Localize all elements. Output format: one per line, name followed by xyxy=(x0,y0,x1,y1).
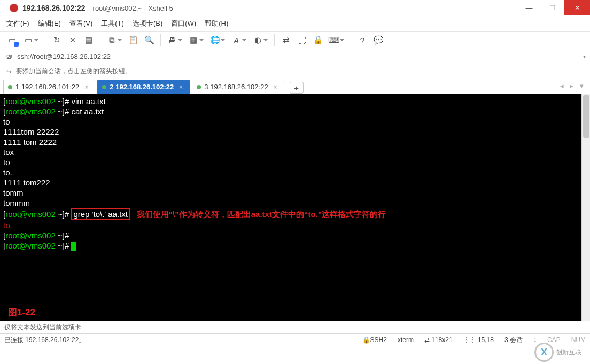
fullscreen-icon[interactable]: ⛶ xyxy=(296,34,308,46)
lock-icon[interactable]: 🔒 xyxy=(312,34,324,46)
terminal-line: to xyxy=(3,157,578,167)
terminal-line: to. xyxy=(3,167,578,177)
tab-label: 192.168.26.102:22 xyxy=(210,83,268,91)
status-term-type: xterm xyxy=(398,336,414,344)
terminal-line: to xyxy=(3,117,578,127)
terminal-line: [root@vms002 ~]# grep 'to\.' aa.txt 我们使用… xyxy=(3,208,578,220)
paste-icon[interactable]: 📋 xyxy=(127,34,139,46)
terminal-cursor xyxy=(71,242,76,251)
print-icon[interactable]: 🖶 xyxy=(166,34,178,46)
session-tab-1[interactable]: 1 192.168.26.101:22 × xyxy=(3,80,95,94)
status-position: ⋮⋮ 15,18 xyxy=(463,336,494,344)
menu-view[interactable]: 查看(V) xyxy=(69,19,92,28)
layout-icon[interactable]: ▦ xyxy=(188,34,199,46)
watermark-icon: X xyxy=(534,343,554,362)
terminal-line: [root@vms002 ~]# cat aa.txt xyxy=(3,106,578,117)
close-button[interactable]: ✕ xyxy=(564,0,590,15)
terminal-line: tomm xyxy=(3,188,578,198)
language-icon[interactable]: 🌐 xyxy=(209,34,221,46)
highlighted-command: grep 'to\.' aa.txt xyxy=(71,208,130,220)
feedback-icon[interactable]: 💬 xyxy=(372,34,384,46)
status-dot-icon xyxy=(197,85,201,89)
session-tab-3[interactable]: 3 192.168.26.102:22 × xyxy=(192,80,284,94)
toolbar-separator xyxy=(100,34,100,46)
terminal-line: [root@vms002 ~]# vim aa.txt xyxy=(3,96,578,106)
address-url[interactable]: ssh://root@192.168.26.102:22 xyxy=(17,52,583,60)
color-icon[interactable]: ◐ xyxy=(252,34,263,46)
hint-bar: ↪ 要添加当前会话，点击左侧的箭头按钮。 xyxy=(0,64,590,79)
status-connection: 已连接 192.168.26.102:22。 xyxy=(4,336,85,345)
hint-icon[interactable]: ↪ xyxy=(4,68,14,75)
figure-label: 图1-22 xyxy=(8,307,35,317)
tab-number: 1 xyxy=(15,83,19,91)
menu-help[interactable]: 帮助(H) xyxy=(205,19,228,28)
title-bar: 192.168.26.102:22 root@vms002:~ - Xshell… xyxy=(0,0,590,16)
title-rest: root@vms002:~ - Xshell 5 xyxy=(93,4,173,12)
disconnect-icon[interactable]: ⨯ xyxy=(67,34,79,46)
menu-tabs[interactable]: 选项卡(B) xyxy=(133,19,162,28)
keyboard-icon[interactable]: ⌨ xyxy=(328,34,340,46)
terminal-line: to. xyxy=(3,220,578,230)
tab-label: 192.168.26.102:22 xyxy=(115,83,174,91)
tab-number: 3 xyxy=(204,83,208,91)
status-sessions: 3 会话 xyxy=(504,336,523,345)
tab-close-icon[interactable]: × xyxy=(179,83,183,91)
maximize-button[interactable]: ☐ xyxy=(541,0,564,15)
tab-nav-arrows[interactable]: ◂ ▸ ▾ xyxy=(560,82,586,90)
new-tab-button[interactable]: + xyxy=(290,82,304,94)
terminal-line: tox xyxy=(3,147,578,157)
status-ssh: 🔒 SSH2 xyxy=(362,336,387,344)
open-session-icon[interactable]: ▭ xyxy=(22,34,34,46)
terminal-line: 1111 tom 2222 xyxy=(3,137,578,147)
status-size: ⇄ 118x21 xyxy=(424,336,453,344)
new-session-icon[interactable]: ▭ xyxy=(6,34,18,46)
menu-bar: 文件(F) 编辑(E) 查看(V) 工具(T) 选项卡(B) 窗口(W) 帮助(… xyxy=(0,16,590,31)
toolbar-separator xyxy=(160,34,161,46)
tab-number: 2 xyxy=(110,83,113,91)
properties-icon[interactable]: ▤ xyxy=(83,34,95,46)
find-icon[interactable]: 🔍 xyxy=(143,34,155,46)
toolbar-separator xyxy=(351,34,351,46)
watermark-text: 创新互联 xyxy=(556,349,581,355)
window-controls: — ☐ ✕ xyxy=(517,0,590,15)
scrollbar-thumb[interactable] xyxy=(583,95,589,138)
toolbar-separator xyxy=(274,34,275,46)
address-bar[interactable]: 🖳 ssh://root@192.168.26.102:22 ▾ xyxy=(0,49,590,64)
reconnect-icon[interactable]: ↻ xyxy=(51,34,63,46)
menu-window[interactable]: 窗口(W) xyxy=(171,19,196,28)
help-icon[interactable]: ? xyxy=(356,34,368,46)
terminal-line: 1111 tom222 xyxy=(3,177,578,188)
menu-tools[interactable]: 工具(T) xyxy=(101,19,124,28)
send-bar-text: 仅将文本发送到当前选项卡 xyxy=(4,323,81,332)
send-bar[interactable]: 仅将文本发送到当前选项卡 xyxy=(0,321,590,334)
session-tab-2[interactable]: 2 192.168.26.102:22 × xyxy=(97,80,190,94)
tab-label: 192.168.26.101:22 xyxy=(21,83,79,91)
terminal-output[interactable]: [root@vms002 ~]# vim aa.txt [root@vms002… xyxy=(0,94,581,321)
toolbar: ▭ ▭ ↻ ⨯ ▤ ⧉ 📋 🔍 🖶 ▦ 🌐 A ◐ ⇄ ⛶ 🔒 ⌨ ? 💬 xyxy=(0,31,590,49)
transfer-icon[interactable]: ⇄ xyxy=(280,34,292,46)
title-host: 192.168.26.102:22 xyxy=(22,4,86,12)
annotation-text: 我们使用“\”作为转义符，匹配出aa.txt文件中的“to.”这样格式字符的行 xyxy=(137,210,386,219)
session-tabs: 1 192.168.26.101:22 × 2 192.168.26.102:2… xyxy=(0,79,590,94)
status-bar: 已连接 192.168.26.102:22。 🔒 SSH2 xterm ⇄ 11… xyxy=(0,334,590,346)
menu-file[interactable]: 文件(F) xyxy=(6,19,29,28)
toolbar-separator xyxy=(45,34,45,46)
status-dot-icon xyxy=(8,85,12,89)
address-dropdown-icon[interactable]: ▾ xyxy=(583,53,586,59)
hint-text: 要添加当前会话，点击左侧的箭头按钮。 xyxy=(16,67,131,76)
font-icon[interactable]: A xyxy=(230,34,242,46)
terminal-line: [root@vms002 ~]# xyxy=(3,241,578,251)
copy-icon[interactable]: ⧉ xyxy=(106,34,118,46)
terminal-scrollbar[interactable] xyxy=(581,94,590,321)
tab-close-icon[interactable]: × xyxy=(274,83,277,91)
terminal-line: tommm xyxy=(3,198,578,208)
status-dot-icon xyxy=(102,85,106,89)
tab-close-icon[interactable]: × xyxy=(84,83,88,91)
minimize-button[interactable]: — xyxy=(517,0,541,15)
terminal-line: [root@vms002 ~]# xyxy=(3,230,578,241)
terminal-container: [root@vms002 ~]# vim aa.txt [root@vms002… xyxy=(0,94,590,321)
menu-edit[interactable]: 编辑(E) xyxy=(38,19,61,28)
app-logo xyxy=(10,4,18,12)
watermark-logo: X 创新互联 xyxy=(534,342,588,363)
address-protocol-icon: 🖳 xyxy=(4,53,14,60)
